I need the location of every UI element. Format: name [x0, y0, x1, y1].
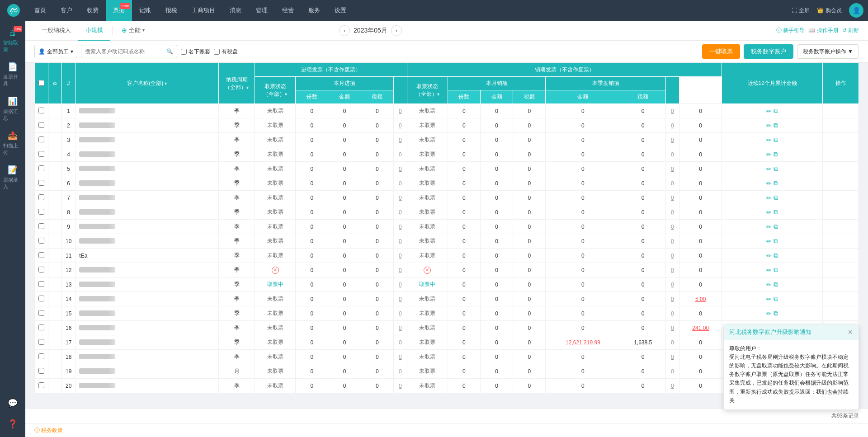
employee-filter-select[interactable]: 👤 全部员工 ▾	[34, 45, 77, 58]
tax-disk-checkbox-input[interactable]	[214, 49, 220, 55]
select-all-checkbox[interactable]	[38, 80, 44, 86]
nav-manage[interactable]: 管理	[249, 0, 275, 21]
copy-icon[interactable]: ⧉	[774, 266, 778, 274]
new-guide-link[interactable]: ⓘ 新手引导	[776, 27, 805, 34]
copy-icon[interactable]: ⧉	[774, 237, 778, 245]
th-in-fetch-status[interactable]: 取票状态（全部）▾	[255, 77, 296, 104]
row-checkbox[interactable]	[38, 136, 44, 142]
nav-client[interactable]: 客户	[53, 0, 80, 21]
xia-zhang-checkbox[interactable]: 名下账套	[181, 48, 210, 56]
th-client-name[interactable]: 客户名称(全部) ▾	[75, 63, 219, 104]
copy-icon[interactable]: ⧉	[774, 107, 778, 115]
edit-icon[interactable]: ✏	[766, 108, 772, 115]
next-month-btn[interactable]: ›	[391, 25, 402, 36]
sidebar-item-fetch-ticket[interactable]: new 🖨 智能取票	[1, 24, 24, 56]
copy-icon[interactable]: ⧉	[774, 252, 778, 259]
prev-month-btn[interactable]: ‹	[339, 25, 350, 36]
sidebar-item-help[interactable]: ❓	[1, 415, 24, 432]
row-checkbox[interactable]	[38, 209, 44, 215]
edit-icon[interactable]: ✏	[766, 122, 772, 129]
nav-tax[interactable]: 报税	[158, 0, 184, 21]
row-checkbox[interactable]	[38, 353, 44, 359]
xia-zhang-checkbox-input[interactable]	[181, 49, 187, 55]
client-search-input[interactable]	[81, 48, 163, 55]
one-click-fetch-btn[interactable]: 一键取票	[702, 44, 740, 59]
tab-quan-neng[interactable]: ⊕ 全能 ▾	[114, 21, 152, 41]
copy-icon[interactable]: ⧉	[774, 281, 778, 288]
row-checkbox[interactable]	[38, 252, 44, 258]
edit-icon[interactable]: ✏	[766, 310, 772, 317]
row-checkbox[interactable]	[38, 339, 44, 345]
member-btn[interactable]: 👑 购会员	[817, 7, 842, 14]
row-checkbox[interactable]	[38, 267, 44, 273]
edit-icon[interactable]: ✏	[766, 223, 772, 230]
manual-link[interactable]: 📖 操作手册	[808, 27, 838, 34]
row-checkbox[interactable]	[38, 382, 44, 388]
edit-icon[interactable]: ✏	[766, 238, 772, 245]
nav-service[interactable]: 服务	[301, 0, 327, 21]
sidebar-item-chat[interactable]: 💬	[1, 395, 24, 412]
edit-icon[interactable]: ✏	[766, 194, 772, 202]
nav-message[interactable]: 消息	[222, 0, 249, 21]
row-checkbox[interactable]	[38, 296, 44, 301]
copy-icon[interactable]: ⧉	[774, 295, 778, 303]
nav-fee[interactable]: 收费	[80, 0, 106, 21]
client-search-box[interactable]: 🔍	[81, 45, 177, 58]
user-avatar[interactable]: 👤	[849, 3, 863, 18]
row-checkbox[interactable]	[38, 194, 44, 200]
row-checkbox[interactable]	[38, 108, 44, 113]
sidebar-item-scan[interactable]: 📤 扫描上传	[1, 127, 24, 160]
tax-policy-bar[interactable]: ⓘ 税务政策	[25, 423, 868, 437]
copy-icon[interactable]: ⧉	[774, 208, 778, 216]
nav-invoice[interactable]: 票据 new	[106, 0, 132, 21]
row-checkbox[interactable]	[38, 368, 44, 374]
edit-icon[interactable]: ✏	[766, 209, 772, 216]
nav-settings[interactable]: 设置	[327, 0, 354, 21]
th-tax-period[interactable]: 纳税周期（全部）▾	[219, 63, 255, 104]
copy-icon[interactable]: ⧉	[774, 150, 778, 158]
edit-icon[interactable]: ✏	[766, 136, 772, 144]
edit-icon[interactable]: ✏	[766, 281, 772, 288]
edit-icon[interactable]: ✏	[766, 296, 772, 303]
row-checkbox[interactable]	[38, 151, 44, 157]
edit-icon[interactable]: ✏	[766, 151, 772, 158]
th-checkbox[interactable]	[35, 63, 48, 104]
row-checkbox[interactable]	[38, 223, 44, 229]
refresh-link[interactable]: ↺ 刷新	[842, 27, 859, 34]
digital-account-btn[interactable]: 税务数字账户	[744, 44, 793, 59]
edit-icon[interactable]: ✏	[766, 165, 772, 173]
row-checkbox[interactable]	[38, 122, 44, 128]
edit-icon[interactable]: ✏	[766, 252, 772, 259]
copy-icon[interactable]: ⧉	[774, 310, 778, 317]
row-checkbox[interactable]	[38, 281, 44, 287]
copy-icon[interactable]: ⧉	[774, 194, 778, 202]
th-out-fetch-status[interactable]: 取票状态（全部）▾	[407, 77, 448, 104]
app-logo[interactable]	[5, 1, 23, 19]
sidebar-item-summary[interactable]: 📊 票据汇总	[1, 93, 24, 125]
tab-small-scale[interactable]: 小规模	[78, 21, 110, 41]
sidebar-item-entry[interactable]: 📝 票据录入	[1, 161, 24, 194]
tab-general-taxpayer[interactable]: 一般纳税人	[34, 21, 78, 41]
search-button[interactable]: 🔍	[163, 45, 177, 58]
row-checkbox[interactable]	[38, 238, 44, 244]
digital-account-ops-btn[interactable]: 税务数字账户操作 ▼	[797, 44, 859, 59]
nav-business[interactable]: 工商项目	[184, 0, 222, 21]
row-checkbox[interactable]	[38, 324, 44, 330]
copy-icon[interactable]: ⧉	[774, 179, 778, 187]
edit-icon[interactable]: ✏	[766, 180, 772, 187]
notification-close-btn[interactable]: ✕	[848, 329, 853, 336]
nav-bookkeeping[interactable]: 记账	[132, 0, 158, 21]
tax-disk-checkbox[interactable]: 有税盘	[214, 48, 238, 56]
copy-icon[interactable]: ⧉	[774, 136, 778, 144]
row-checkbox[interactable]	[38, 165, 44, 171]
row-checkbox[interactable]	[38, 310, 44, 316]
nav-operation[interactable]: 经营	[275, 0, 301, 21]
nav-home[interactable]: 首页	[27, 0, 53, 21]
fullscreen-btn[interactable]: ⛶ 全屏	[792, 7, 810, 14]
edit-icon[interactable]: ✏	[766, 267, 772, 274]
copy-icon[interactable]: ⧉	[774, 165, 778, 173]
sidebar-item-open-invoice[interactable]: 📄 发票开具	[1, 58, 24, 91]
row-checkbox[interactable]	[38, 180, 44, 186]
copy-icon[interactable]: ⧉	[774, 122, 778, 129]
copy-icon[interactable]: ⧉	[774, 223, 778, 230]
